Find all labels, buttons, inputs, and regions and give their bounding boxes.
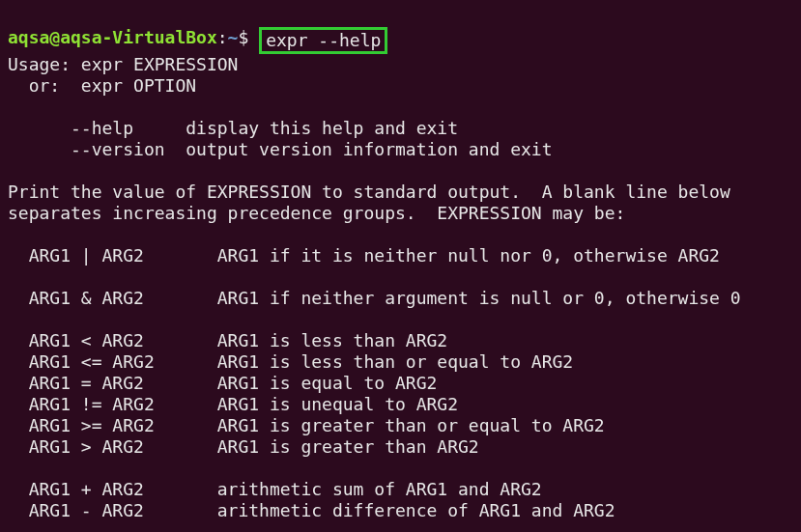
- output-desc1: Print the value of EXPRESSION to standar…: [8, 182, 730, 202]
- terminal[interactable]: aqsa@aqsa-VirtualBox:~$ expr --help Usag…: [8, 6, 793, 521]
- prompt-user: aqsa@aqsa-VirtualBox: [8, 27, 217, 47]
- output-le-line: ARG1 <= ARG2 ARG1 is less than or equal …: [8, 351, 573, 372]
- command-text: expr --help: [266, 30, 381, 50]
- output-ge-line: ARG1 >= ARG2 ARG1 is greater than or equ…: [8, 415, 605, 435]
- prompt-colon: :: [217, 27, 228, 47]
- output-minus-line: ARG1 - ARG2 arithmetic difference of ARG…: [8, 500, 615, 520]
- output-or-line: ARG1 | ARG2 ARG1 if it is neither null n…: [8, 245, 720, 266]
- output-usage1: Usage: expr EXPRESSION: [8, 54, 238, 74]
- output-lt-line: ARG1 < ARG2 ARG1 is less than ARG2: [8, 330, 447, 350]
- output-ne-line: ARG1 != ARG2 ARG1 is unequal to ARG2: [8, 394, 458, 414]
- output-opt-version: --version output version information and…: [8, 139, 553, 159]
- output-usage2: or: expr OPTION: [8, 75, 196, 96]
- output-desc2: separates increasing precedence groups. …: [8, 203, 625, 223]
- output-plus-line: ARG1 + ARG2 arithmetic sum of ARG1 and A…: [8, 479, 542, 499]
- output-gt-line: ARG1 > ARG2 ARG1 is greater than ARG2: [8, 436, 479, 457]
- output-opt-help: --help display this help and exit: [8, 118, 458, 138]
- output-and-line: ARG1 & ARG2 ARG1 if neither argument is …: [8, 288, 741, 308]
- command-highlight: expr --help: [259, 27, 387, 54]
- prompt-path: ~: [228, 27, 239, 47]
- prompt-dollar: $: [238, 27, 259, 47]
- output-eq-line: ARG1 = ARG2 ARG1 is equal to ARG2: [8, 373, 437, 393]
